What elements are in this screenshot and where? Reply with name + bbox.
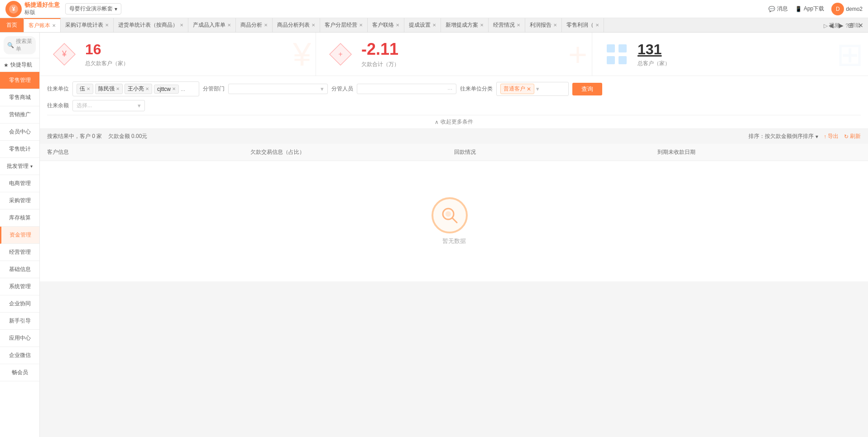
tab-product-analysis[interactable]: 商品分析 ✕ [236, 18, 273, 33]
close-icon[interactable]: ✕ [396, 23, 399, 28]
tab-purchase-order[interactable]: 采购订单统计表 ✕ [61, 18, 114, 33]
sidebar-item-basic-info[interactable]: 基础信息 [0, 261, 39, 278]
svg-point-12 [446, 211, 451, 217]
collapse-filter-btn[interactable]: ∧ 收起更多条件 [47, 115, 861, 128]
filter-balance-input[interactable]: 选择... ▾ [72, 100, 145, 111]
sidebar-item-enterprise-wechat[interactable]: 企业微信 [0, 347, 39, 364]
tab-retail-profit[interactable]: 零售利润（ ✕ [562, 18, 604, 33]
tab-product-stock[interactable]: 产成品入库单 ✕ [188, 18, 236, 33]
sidebar-item-enterprise-collab[interactable]: 企业协同 [0, 295, 39, 313]
sidebar-item-finance[interactable]: 资金管理 [0, 227, 39, 244]
stat-debt-amount-label: 欠款合计（万） [361, 61, 399, 68]
tab-product-analysis-list[interactable]: 商品分析列表 ✕ [273, 18, 320, 33]
svg-line-11 [452, 218, 457, 223]
chevron-up-icon: ∧ [435, 119, 439, 125]
filter-unit-input[interactable]: 伍 ✕ 陈民强 ✕ 王小亮 ✕ cjttcw ✕ ... [72, 81, 199, 96]
tab-home[interactable]: 首页 [0, 18, 24, 33]
filter-dept-input[interactable]: ▾ [228, 84, 328, 94]
svg-rect-7 [619, 44, 627, 52]
user-avatar[interactable]: D demo2 [831, 3, 863, 15]
col-due-date: 到期未收款日期 [657, 148, 861, 156]
sidebar-item-inventory[interactable]: 库存核算 [0, 209, 39, 227]
close-icon[interactable]: ✕ [359, 23, 363, 28]
message-icon: 💬 [768, 6, 775, 12]
top-bar: ¥ 畅捷通好生意 标版 母婴行业演示帐套 ▾ 💬 消息 📱 App下载 D de… [0, 0, 868, 18]
sidebar-item-wholesale[interactable]: 批发管理 ▾ [0, 158, 39, 175]
sidebar-item-operation-mgmt[interactable]: 经营管理 [0, 244, 39, 261]
filter-tag-wang[interactable]: 王小亮 ✕ [125, 84, 152, 94]
close-icon[interactable]: ✕ [264, 23, 268, 28]
tab-customer-contact[interactable]: 客户联络 ✕ [368, 18, 404, 33]
close-icon[interactable]: ✕ [52, 23, 56, 28]
tab-profit-report[interactable]: 利润报告 ✕ [525, 18, 562, 33]
account-selector[interactable]: 母婴行业演示帐套 ▾ [65, 3, 121, 14]
stat-debt-customers-value: 16 [85, 41, 129, 58]
filter-area: 往来单位 伍 ✕ 陈民强 ✕ 王小亮 ✕ cjttcw [40, 76, 868, 129]
tab-stock-stats[interactable]: 进货单统计表（按商品） ✕ [114, 18, 188, 33]
ellipsis-icon: ··· [447, 86, 452, 92]
close-icon[interactable]: ✕ [517, 23, 520, 28]
close-icon[interactable]: ✕ [553, 23, 557, 28]
app-download-btn[interactable]: 📱 App下载 [795, 5, 824, 13]
close-icon[interactable]: ✕ [595, 23, 599, 28]
sidebar-item-retail-mall[interactable]: 零售商城 [0, 89, 39, 106]
close-icon[interactable]: ✕ [480, 23, 484, 28]
message-btn[interactable]: 💬 消息 [768, 5, 788, 13]
chevron-down-icon: ▾ [30, 164, 33, 169]
remove-tag-cjttcw[interactable]: ✕ [172, 86, 176, 91]
close-icon[interactable]: ✕ [432, 23, 436, 28]
sidebar-item-member[interactable]: 会员中心 [0, 124, 39, 141]
svg-rect-6 [607, 44, 615, 52]
empty-text: 暂无数据 [442, 237, 466, 245]
remove-tag-wang[interactable]: ✕ [145, 86, 149, 91]
close-icon[interactable]: ✕ [180, 23, 183, 28]
search-icon: 🔍 [7, 42, 14, 48]
sidebar-item-system[interactable]: 系统管理 [0, 278, 39, 295]
remove-tag-chen[interactable]: ✕ [116, 86, 120, 91]
close-icon[interactable]: ✕ [105, 23, 109, 28]
query-button[interactable]: 查询 [572, 83, 602, 95]
remove-tag-wu[interactable]: ✕ [86, 86, 90, 91]
close-icon[interactable]: ✕ [312, 23, 315, 28]
filter-unit-type-input[interactable]: 普通客户 ✕ ▾ [496, 82, 569, 96]
unit-type-tag[interactable]: 普通客户 ✕ [500, 84, 534, 94]
refresh-button[interactable]: ↻ 刷新 [844, 133, 861, 140]
sidebar-search-area[interactable]: 🔍 搜索菜单 [0, 33, 39, 58]
chevron-down-icon: ▾ [536, 86, 539, 92]
svg-text:¥: ¥ [62, 49, 67, 58]
tab-operation[interactable]: 经营情况 ✕ [489, 18, 525, 33]
remove-unit-type[interactable]: ✕ [527, 86, 531, 92]
refresh-icon: ↻ [844, 133, 849, 140]
sidebar-item-new-guide[interactable]: 新手引导 [0, 313, 39, 330]
filter-person-input[interactable]: ··· [357, 84, 456, 94]
filter-tag-chen[interactable]: 陈民强 ✕ [95, 84, 123, 94]
stat-total-customers-value: 131 [638, 41, 670, 58]
tab-customer-account[interactable]: 客户账本 ✕ [24, 18, 61, 33]
export-button[interactable]: ↑ 导出 [824, 133, 839, 140]
sidebar-item-retail[interactable]: 零售管理 [0, 72, 39, 89]
filter-balance-label: 往来余额 [47, 102, 69, 109]
sidebar-item-app-center[interactable]: 应用中心 [0, 330, 39, 347]
filter-more-tags[interactable]: ... [181, 86, 185, 92]
sidebar-search-box[interactable]: 🔍 搜索菜单 [4, 36, 36, 54]
filter-unit-type-label: 往来单位分类 [460, 85, 493, 93]
chevron-down-icon: ▾ [138, 102, 141, 109]
tab-customer-segment[interactable]: 客户分层经营 ✕ [320, 18, 368, 33]
sidebar-quick-nav[interactable]: ★ 快捷导航 [0, 58, 39, 72]
sort-button[interactable]: 排序：按欠款金额倒序排序 ▾ [748, 133, 818, 140]
sidebar-item-retail-stats[interactable]: 零售统计 [0, 141, 39, 158]
col-debt-info: 欠款交易信息（占比） [250, 148, 454, 156]
col-customer-info: 客户信息 [47, 148, 250, 156]
sidebar-item-ecommerce[interactable]: 电商管理 [0, 175, 39, 192]
tab-new-promotion[interactable]: 新增提成方案 ✕ [441, 18, 489, 33]
main-layout: 🔍 搜索菜单 ★ 快捷导航 零售管理 零售商城 营销推广 会员中心 零售统计 批… [0, 33, 868, 437]
logo: ¥ 畅捷通好生意 标版 [5, 1, 60, 17]
close-icon[interactable]: ✕ [227, 23, 231, 28]
filter-tag-cjttcw[interactable]: cjttcw ✕ [154, 85, 179, 94]
filter-tag-wu[interactable]: 伍 ✕ [77, 84, 93, 94]
sidebar-item-marketing[interactable]: 营销推广 [0, 106, 39, 124]
sidebar-item-purchase[interactable]: 采购管理 [0, 192, 39, 209]
tab-promotion-settings[interactable]: 提成设置 ✕ [404, 18, 441, 33]
empty-state: 暂无数据 [40, 161, 868, 281]
sidebar-item-member-plus[interactable]: 畅会员 [0, 364, 39, 381]
